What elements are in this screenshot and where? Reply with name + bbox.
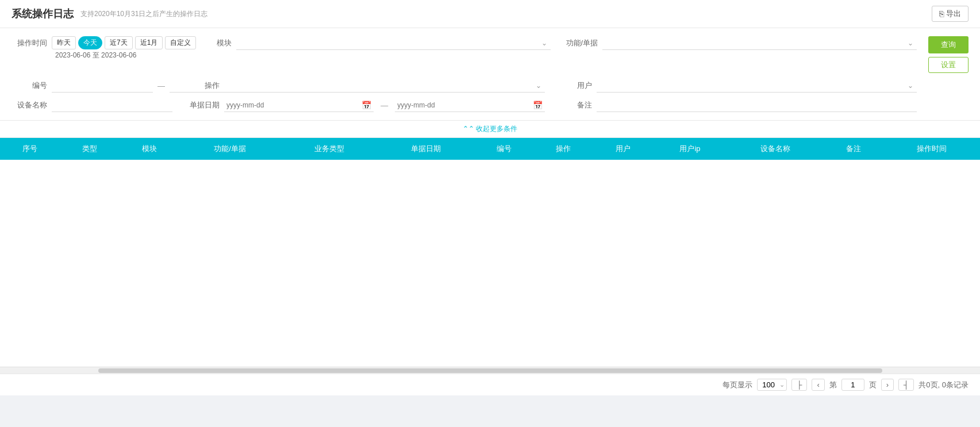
code-from-input[interactable] [52, 79, 153, 93]
per-page-label: 每页显示 [722, 380, 752, 390]
col-doc-date: 单据日期 [378, 138, 474, 160]
per-page-wrapper: 100 50 200 ⌄ [757, 379, 787, 391]
page-label: 第 [829, 380, 837, 390]
date-end-wrap: 📅 [395, 99, 544, 112]
module-filter: 模块 ⌄ [196, 36, 551, 50]
col-user-ip: 用户ip [653, 138, 727, 160]
total-info: 共0页, 0条记录 [918, 380, 969, 390]
module-select-wrapper: ⌄ [236, 36, 551, 50]
code-filter: 编号 — [11, 79, 172, 93]
operation-label: 操作 [184, 80, 224, 91]
action-buttons: 查询 设置 [928, 36, 969, 73]
today-btn[interactable]: 今天 [78, 36, 102, 49]
page-subtitle: 支持2020年10月31日之后产生的操作日志 [80, 9, 207, 19]
col-code: 编号 [474, 138, 534, 160]
col-remark: 备注 [824, 138, 883, 160]
pagination-area: 每页显示 100 50 200 ⌄ ├ ‹ 第 页 › ┤ 共0页, 0条记录 [0, 374, 980, 395]
table-container: 序号 类型 模块 功能/单据 业务类型 单据日期 编号 操作 用户 用户ip 设… [0, 138, 980, 367]
page-number-input[interactable] [841, 379, 864, 391]
operation-filter: 操作 ⌄ [184, 79, 545, 93]
per-page-select[interactable]: 100 50 200 [757, 379, 787, 391]
page-suffix: 页 [869, 380, 877, 390]
function-filter: 功能/单据 ⌄ [562, 36, 917, 50]
col-biz-type: 业务类型 [280, 138, 377, 160]
code-dash: — [153, 82, 170, 90]
collapse-bar[interactable]: ⌃⌃ 收起更多条件 [0, 121, 980, 138]
operation-select-wrapper: ⌄ [224, 79, 545, 93]
col-type: 类型 [60, 138, 120, 160]
function-select[interactable] [602, 36, 917, 50]
col-function: 功能/单据 [179, 138, 280, 160]
last-page-button[interactable]: ┤ [898, 379, 914, 391]
date-end-input[interactable] [395, 99, 530, 111]
operation-select[interactable] [224, 79, 545, 93]
device-label: 设备名称 [11, 100, 52, 110]
calendar-start-icon[interactable]: 📅 [359, 101, 374, 110]
prev-page-button[interactable]: ‹ [812, 379, 824, 391]
time-filter: 操作时间 昨天 今天 近7天 近1月 自定义 2023-06-06 至 2023… [11, 36, 196, 60]
col-user: 用户 [593, 138, 653, 160]
scrollbar-thumb[interactable] [98, 368, 882, 373]
col-module: 模块 [120, 138, 179, 160]
page-header: 系统操作日志 支持2020年10月31日之后产生的操作日志 ⎘ 导出 [0, 0, 980, 28]
page-title: 系统操作日志 [11, 7, 74, 21]
function-select-wrapper: ⌄ [602, 36, 917, 50]
remark-input[interactable] [597, 98, 917, 112]
date-start-wrap: 📅 [224, 99, 374, 112]
col-seq: 序号 [0, 138, 60, 160]
first-page-button[interactable]: ├ [791, 379, 807, 391]
doc-date-label: 单据日期 [184, 100, 224, 110]
time-range-text: 2023-06-06 至 2023-06-06 [55, 51, 136, 59]
collapse-up-icon: ⌃⌃ [463, 125, 474, 133]
module-label: 模块 [196, 38, 236, 48]
calendar-end-icon[interactable]: 📅 [531, 101, 545, 110]
doc-date-filter: 单据日期 📅 — 📅 [184, 99, 545, 112]
module-function-group: 模块 ⌄ 功能/单据 ⌄ [196, 36, 917, 50]
next-page-button[interactable]: › [881, 379, 894, 391]
device-input[interactable] [52, 98, 172, 112]
date-dash: — [376, 101, 393, 110]
user-filter: 用户 ⌄ [556, 79, 917, 93]
yesterday-btn[interactable]: 昨天 [52, 36, 76, 49]
user-select[interactable] [597, 79, 917, 93]
user-label: 用户 [556, 80, 597, 91]
function-label: 功能/单据 [562, 38, 602, 48]
month-btn[interactable]: 近1月 [135, 36, 163, 49]
date-start-input[interactable] [224, 99, 359, 111]
user-select-wrapper: ⌄ [597, 79, 917, 93]
export-label: 导出 [946, 9, 961, 19]
col-op-time: 操作时间 [883, 138, 980, 160]
col-device: 设备名称 [727, 138, 824, 160]
export-icon: ⎘ [939, 9, 944, 18]
device-filter: 设备名称 [11, 98, 172, 112]
remark-label: 备注 [556, 100, 597, 110]
query-button[interactable]: 查询 [928, 36, 969, 53]
data-table: 序号 类型 模块 功能/单据 业务类型 单据日期 编号 操作 用户 用户ip 设… [0, 138, 980, 160]
table-header: 序号 类型 模块 功能/单据 业务类型 单据日期 编号 操作 用户 用户ip 设… [0, 138, 980, 160]
time-buttons: 昨天 今天 近7天 近1月 自定义 [52, 36, 196, 49]
filter-area: 操作时间 昨天 今天 近7天 近1月 自定义 2023-06-06 至 2023… [0, 28, 980, 121]
title-area: 系统操作日志 支持2020年10月31日之后产生的操作日志 [11, 7, 207, 21]
horizontal-scrollbar[interactable] [0, 367, 980, 374]
empty-area [0, 160, 980, 367]
collapse-label: 收起更多条件 [476, 125, 517, 133]
export-button[interactable]: ⎘ 导出 [932, 6, 969, 22]
date-group: 📅 — 📅 [224, 99, 545, 112]
module-select[interactable] [236, 36, 551, 50]
header-row: 序号 类型 模块 功能/单据 业务类型 单据日期 编号 操作 用户 用户ip 设… [0, 138, 980, 160]
remark-filter: 备注 [556, 98, 917, 112]
code-label: 编号 [11, 80, 52, 91]
custom-btn[interactable]: 自定义 [165, 36, 196, 49]
time-label: 操作时间 [11, 38, 52, 48]
col-operation: 操作 [533, 138, 593, 160]
settings-button[interactable]: 设置 [928, 57, 969, 73]
week-btn[interactable]: 近7天 [105, 36, 133, 49]
